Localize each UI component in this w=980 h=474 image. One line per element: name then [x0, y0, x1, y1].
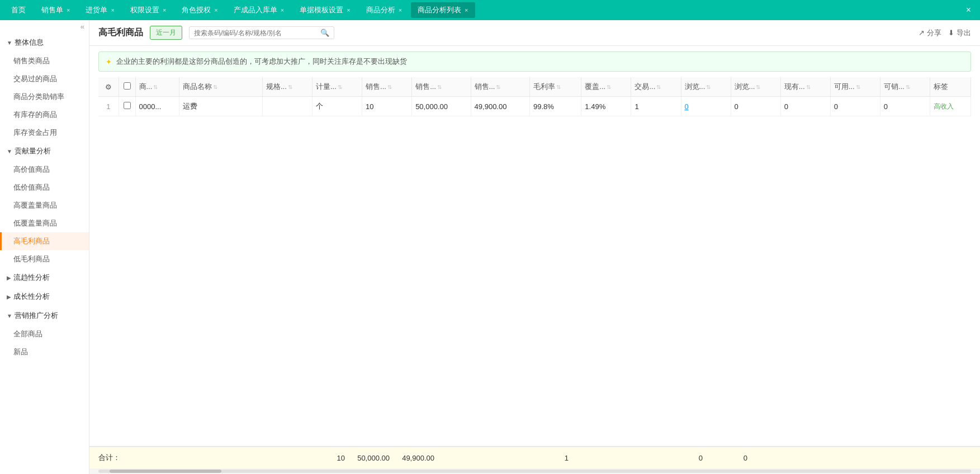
scrollbar-track	[98, 470, 971, 473]
tab-sales[interactable]: 销售单 ×	[35, 2, 77, 18]
th-unit[interactable]: 计量...⇅	[312, 77, 362, 97]
tab-analysis[interactable]: 商品分析 ×	[359, 2, 409, 18]
search-input[interactable]	[194, 29, 317, 37]
sort-icon-2: ⇅	[213, 84, 217, 90]
close-tab-purchase[interactable]: ×	[111, 7, 114, 13]
th-sale-profit[interactable]: 销售...⇅	[471, 77, 529, 97]
row-check[interactable]	[119, 97, 135, 116]
search-icon[interactable]: 🔍	[320, 29, 329, 37]
close-tab-inbound[interactable]: ×	[281, 7, 284, 13]
close-tab-template[interactable]: ×	[347, 7, 350, 13]
sidebar-item-stock-capital[interactable]: 库存资金占用	[0, 124, 89, 142]
sort-icon-10: ⇅	[656, 84, 661, 90]
th-check[interactable]	[119, 77, 135, 97]
sidebar-group-contribution[interactable]: ▼ 贡献量分析	[0, 142, 89, 161]
goods-table: ⚙ 商...⇅ 商品名称⇅ 规格...⇅	[98, 77, 971, 116]
row-trade: 1	[631, 97, 681, 116]
row-sale-profit: 49,900.00	[471, 97, 529, 116]
row-view1[interactable]: 0	[681, 97, 731, 116]
sidebar-item-category-rate[interactable]: 商品分类助销率	[0, 88, 89, 106]
sidebar-item-all-goods[interactable]: 全部商品	[0, 325, 89, 343]
row-coverage: 1.49%	[581, 97, 631, 116]
tab-role[interactable]: 角色授权 ×	[175, 2, 224, 18]
sidebar-item-in-stock[interactable]: 有库存的商品	[0, 106, 89, 124]
sidebar-item-traded-goods[interactable]: 交易过的商品	[0, 70, 89, 88]
sidebar-item-low-margin[interactable]: 低毛利商品	[0, 250, 89, 268]
sort-icon-9: ⇅	[607, 84, 611, 90]
row-saleable: 0	[880, 97, 930, 116]
th-stock[interactable]: 现有...⇅	[780, 77, 830, 97]
tab-inbound[interactable]: 产成品入库单 ×	[227, 2, 291, 18]
sidebar-item-high-margin[interactable]: 高毛利商品	[0, 232, 89, 250]
sidebar-item-high-coverage[interactable]: 高覆盖量商品	[0, 196, 89, 214]
th-trade[interactable]: 交易...⇅	[631, 77, 681, 97]
info-banner: ✦ 企业的主要的利润都是这部分商品创造的，可考虑加大推广，同时关注库存是不要出现…	[98, 51, 971, 72]
close-tab-sales[interactable]: ×	[67, 7, 70, 13]
th-margin[interactable]: 毛利率⇅	[530, 77, 581, 97]
select-all-checkbox[interactable]	[124, 82, 131, 90]
content-area: 高毛利商品 近一月 🔍 ↗ 分享 ⬇ 导出 ✦ 企业的主要的利润都是这部分商品创…	[89, 20, 980, 474]
th-saleable[interactable]: 可销...⇅	[880, 77, 930, 97]
sidebar-group-overall[interactable]: ▼ 整体信息	[0, 33, 89, 52]
sidebar-collapse-button[interactable]: «	[0, 20, 89, 33]
horizontal-scrollbar[interactable]	[89, 468, 980, 474]
footer-stock: 0	[661, 454, 706, 462]
sort-icon-8: ⇅	[556, 84, 561, 90]
th-name[interactable]: 商品名称⇅	[179, 77, 263, 97]
export-button[interactable]: ⬇ 导出	[948, 28, 971, 38]
arrow-down-icon-2: ▼	[7, 148, 12, 154]
table-header-row: ⚙ 商...⇅ 商品名称⇅ 规格...⇅	[98, 77, 971, 97]
footer-trade: 1	[527, 454, 572, 462]
row-sale-qty: 10	[362, 97, 412, 116]
th-sale-amt[interactable]: 销售...⇅	[412, 77, 471, 97]
th-sale-qty[interactable]: 销售...⇅	[362, 77, 412, 97]
th-settings[interactable]: ⚙	[98, 77, 119, 97]
sidebar-item-low-coverage[interactable]: 低覆盖量商品	[0, 214, 89, 232]
scrollbar-thumb[interactable]	[110, 470, 221, 473]
th-tag[interactable]: 标签	[930, 77, 970, 97]
sort-icon-15: ⇅	[906, 84, 910, 90]
table-container[interactable]: ⚙ 商...⇅ 商品名称⇅ 规格...⇅	[89, 77, 980, 446]
share-icon: ↗	[919, 29, 925, 37]
footer-label: 合计：	[98, 453, 120, 463]
th-view2[interactable]: 浏览...⇅	[731, 77, 780, 97]
sidebar-group-growth[interactable]: ▶ 成长性分析	[0, 287, 89, 306]
sidebar-item-new-goods[interactable]: 新品	[0, 343, 89, 361]
sidebar-item-high-value[interactable]: 高价值商品	[0, 161, 89, 179]
sort-icon-4: ⇅	[338, 84, 342, 90]
close-tab-analysis[interactable]: ×	[399, 7, 402, 13]
th-view1[interactable]: 浏览...⇅	[681, 77, 731, 97]
tab-analysis-list[interactable]: 商品分析列表 ×	[411, 2, 475, 18]
row-spec	[262, 97, 312, 116]
tab-purchase[interactable]: 进货单 ×	[79, 2, 121, 18]
row-margin: 99.8%	[530, 97, 581, 116]
filter-recent-month-button[interactable]: 近一月	[150, 26, 182, 40]
sidebar-group-marketing[interactable]: ▼ 营销推广分析	[0, 306, 89, 325]
close-tab-role[interactable]: ×	[214, 7, 217, 13]
close-tab-permission[interactable]: ×	[163, 7, 166, 13]
tab-home[interactable]: 首页	[4, 2, 32, 18]
th-code[interactable]: 商...⇅	[135, 77, 179, 97]
th-coverage[interactable]: 覆盖...⇅	[581, 77, 631, 97]
footer-sale-profit: 49,900.00	[393, 454, 438, 462]
th-spec[interactable]: 规格...⇅	[262, 77, 312, 97]
info-icon: ✦	[106, 58, 112, 66]
sidebar-group-trend[interactable]: ▶ 流趋性分析	[0, 268, 89, 287]
sort-icon-6: ⇅	[437, 84, 442, 90]
sidebar-item-low-value[interactable]: 低价值商品	[0, 179, 89, 196]
tab-template[interactable]: 单据模板设置 ×	[293, 2, 357, 18]
share-button[interactable]: ↗ 分享	[919, 28, 941, 38]
th-avail[interactable]: 可用...⇅	[830, 77, 880, 97]
row-name: 运费	[179, 97, 263, 116]
header-actions: ↗ 分享 ⬇ 导出	[919, 28, 971, 38]
footer-sale-amt: 50,000.00	[348, 454, 393, 462]
content-header: 高毛利商品 近一月 🔍 ↗ 分享 ⬇ 导出	[89, 20, 980, 46]
settings-icon[interactable]: ⚙	[105, 83, 112, 91]
window-close-button[interactable]: ×	[962, 5, 976, 15]
close-tab-analysis-list[interactable]: ×	[465, 7, 468, 13]
sort-icon: ⇅	[153, 84, 158, 90]
tab-permission[interactable]: 权限设置 ×	[124, 2, 173, 18]
sort-icon-11: ⇅	[706, 84, 711, 90]
row-checkbox[interactable]	[124, 102, 131, 109]
sidebar-item-sales-goods[interactable]: 销售类商品	[0, 52, 89, 70]
